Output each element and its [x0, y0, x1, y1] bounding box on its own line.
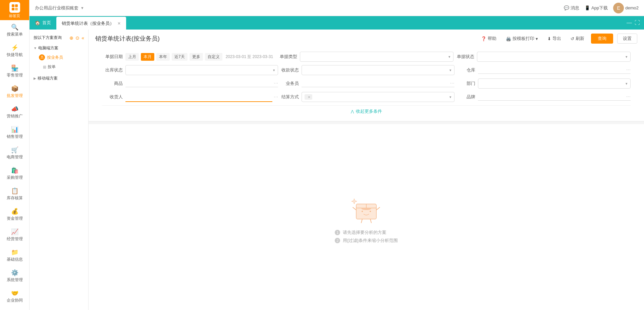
- settings-button[interactable]: 设置: [617, 34, 637, 44]
- consignee-dots-icon[interactable]: ···: [274, 94, 278, 100]
- sidebar-item-ecommerce-label: 电商管理: [7, 154, 23, 160]
- sidebar-item-wholesale[interactable]: 📦 批发管理: [0, 82, 30, 102]
- app-logo: 标签页: [0, 0, 30, 20]
- logo-icon: [9, 2, 20, 13]
- sidebar-item-operation[interactable]: 📈 经营管理: [0, 225, 30, 245]
- add-scheme-icon[interactable]: ⊕: [69, 35, 73, 41]
- sidebar-item-sales[interactable]: 📊 销售管理: [0, 122, 30, 143]
- desktop-scheme-group: ▼ 电脑端方案 员 按业务员 ⊞ 按单: [30, 43, 88, 73]
- scheme-item-order[interactable]: ⊞ 按单: [30, 62, 88, 71]
- sidebar-item-system[interactable]: ⚙️ 系统管理: [0, 266, 30, 286]
- empty-tips: 1 请先选择要分析的方案 2 用[过滤]条件来缩小分析范围: [335, 229, 397, 244]
- sidebar-item-guide[interactable]: 🎯 新手引导: [0, 307, 30, 310]
- sidebar-item-marketing[interactable]: 📣 营销推广: [0, 102, 30, 122]
- collapse-panel-icon[interactable]: «: [82, 35, 84, 41]
- sidebar-item-quick-nav[interactable]: ⚡ 快捷导航: [0, 41, 30, 61]
- sidebar-item-finance[interactable]: 💰 资金管理: [0, 204, 30, 225]
- date-btn-custom[interactable]: 自定义: [205, 53, 222, 61]
- sidebar-item-ecommerce[interactable]: 🛒 电商管理: [0, 143, 30, 163]
- tab-report[interactable]: 销货单统计表（按业务员） ✕: [56, 17, 126, 30]
- help-btn[interactable]: ❓ 帮助: [478, 34, 499, 43]
- filter-col-settlement: 结算方式 × ▾: [278, 92, 454, 102]
- date-btn-7days[interactable]: 近7天: [172, 53, 187, 61]
- left-panel-icons: ⊕ ⊙ «: [69, 35, 84, 41]
- dept-arrow-icon: ▾: [626, 82, 628, 86]
- sidebar-item-retail[interactable]: 🏪 零售管理: [0, 61, 30, 82]
- settlement-tag-close-icon[interactable]: ×: [308, 95, 310, 99]
- date-btn-more[interactable]: 更多: [190, 53, 203, 61]
- sidebar-item-inventory[interactable]: 📋 库存核算: [0, 184, 30, 204]
- topbar: 办公用品行业模拟账套 ▾ 💬 消息 📱 App下载 E demo2: [30, 0, 644, 16]
- help-label: 帮助: [488, 36, 496, 42]
- tab-maximize-icon[interactable]: ⛶: [635, 20, 640, 26]
- receipt-select[interactable]: ▾: [302, 65, 454, 75]
- sidebar-item-enterprise[interactable]: 🤝 企业协同: [0, 286, 30, 307]
- doc-type-label: 单据类型: [276, 54, 300, 60]
- collapse-btn[interactable]: ⋀ 收起更多条件: [102, 106, 631, 117]
- query-button[interactable]: 查询: [591, 34, 613, 44]
- filter-col-goods: 商品 ···: [102, 80, 278, 87]
- sidebar-item-quick-nav-label: 快捷导航: [7, 52, 23, 58]
- desktop-scheme-title[interactable]: ▼ 电脑端方案: [30, 44, 88, 52]
- brand-dots-icon[interactable]: ···: [626, 94, 631, 100]
- desktop-arrow-icon: ▼: [34, 46, 37, 50]
- sidebar-item-inventory-label: 库存核算: [7, 195, 23, 201]
- topbar-left: 办公用品行业模拟账套 ▾: [35, 5, 84, 11]
- settlement-select[interactable]: × ▾: [302, 92, 454, 102]
- doc-type-arrow-icon: ▾: [448, 55, 450, 59]
- template-print-btn[interactable]: 🖨️ 按模板打印 ▾: [503, 34, 541, 43]
- consignee-input[interactable]: [125, 92, 272, 102]
- date-btn-this-year[interactable]: 本年: [156, 53, 170, 61]
- date-btn-this-month[interactable]: 本月: [141, 53, 154, 61]
- sidebar-item-search-label: 搜索菜单: [7, 32, 23, 37]
- desktop-scheme-label: 电脑端方案: [38, 45, 58, 51]
- doc-status-select[interactable]: ▾: [477, 52, 631, 62]
- refresh-btn[interactable]: ↺ 刷新: [568, 34, 587, 43]
- doc-status-label: 单据状态: [453, 54, 477, 60]
- tab-close-icon[interactable]: ✕: [117, 21, 121, 26]
- sidebar-item-operation-label: 经营管理: [7, 236, 23, 242]
- outstock-arrow-icon: ▾: [273, 68, 275, 72]
- tab-minimize-icon[interactable]: —: [627, 20, 632, 26]
- sidebar-item-purchase[interactable]: 🛍️ 采购管理: [0, 163, 30, 184]
- settings-scheme-icon[interactable]: ⊙: [75, 35, 79, 41]
- salesman-dots-icon[interactable]: ···: [450, 80, 454, 86]
- avatar-text: E: [617, 5, 620, 11]
- warehouse-dots-icon[interactable]: ···: [626, 67, 631, 73]
- filter-col-brand: 品牌 ···: [454, 94, 631, 101]
- outstock-select[interactable]: ▾: [125, 65, 278, 75]
- main-area: 办公用品行业模拟账套 ▾ 💬 消息 📱 App下载 E demo2 🏠 首页: [30, 0, 644, 310]
- sidebar: 标签页 🔍 搜索菜单 ⚡ 快捷导航 🏪 零售管理 📦 批发管理 📣 营销推广 📊…: [0, 0, 30, 310]
- svg-rect-3: [15, 8, 18, 10]
- scheme-item-salesman[interactable]: 员 按业务员: [30, 52, 88, 62]
- app-download-label: App下载: [591, 5, 608, 11]
- mobile-scheme-title[interactable]: ▶ 移动端方案: [30, 74, 88, 83]
- filter-col-salesman: 业务员 ···: [278, 80, 454, 87]
- dept-select[interactable]: ▾: [478, 79, 631, 89]
- date-btn-last-month[interactable]: 上月: [125, 53, 139, 61]
- tip-num-2: 2: [335, 238, 340, 243]
- goods-label: 商品: [102, 81, 125, 87]
- empty-tip-1: 1 请先选择要分析的方案: [335, 229, 397, 236]
- app-download-btn[interactable]: 📱 App下载: [585, 5, 608, 11]
- sidebar-item-finance-label: 资金管理: [7, 216, 23, 221]
- help-icon: ❓: [481, 36, 486, 41]
- tab-home[interactable]: 🏠 首页: [30, 16, 56, 30]
- export-btn[interactable]: ⬇ 导出: [545, 34, 564, 43]
- outstock-label: 出库状态: [102, 67, 125, 73]
- sidebar-item-search[interactable]: 🔍 搜索菜单: [0, 20, 30, 41]
- topbar-dropdown-icon[interactable]: ▾: [81, 5, 84, 10]
- user-menu[interactable]: E demo2: [613, 3, 639, 13]
- quick-nav-icon: ⚡: [11, 44, 18, 51]
- filter-col-receipt: 收款状态 ▾: [278, 65, 454, 75]
- filter-row-4: 收货人 ··· 结算方式 × ▾: [102, 92, 631, 102]
- salesman-label: 业务员: [278, 81, 302, 87]
- message-icon: 💬: [564, 5, 569, 10]
- doc-type-select[interactable]: ▾: [300, 52, 453, 62]
- sidebar-item-basic[interactable]: 📁 基础信息: [0, 245, 30, 266]
- warehouse-label: 仓库: [454, 67, 478, 73]
- settlement-tag: ×: [305, 94, 312, 100]
- goods-dots-icon[interactable]: ···: [274, 80, 278, 86]
- filter-area: 单据日期 上月 本月 本年 近7天 更多 自定义 2023-03-01 至 20…: [95, 48, 637, 121]
- message-btn[interactable]: 💬 消息: [564, 5, 579, 11]
